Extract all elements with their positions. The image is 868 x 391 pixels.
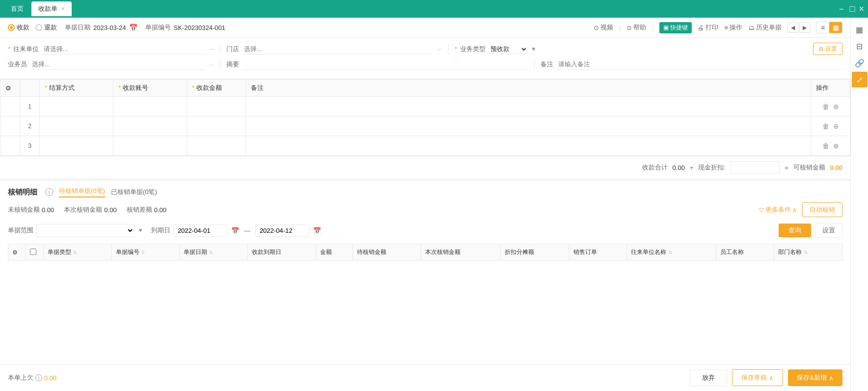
- sidebar-table-icon[interactable]: ▦: [852, 22, 868, 37]
- delete-icon[interactable]: 🗑: [822, 122, 829, 130]
- history-btn[interactable]: 🗂 历史单据: [748, 23, 782, 32]
- partner-input[interactable]: [42, 44, 204, 55]
- date-from-icon[interactable]: 📅: [231, 227, 239, 234]
- voucher-range-dropdown-icon: ▼: [137, 227, 143, 234]
- close-icon[interactable]: ×: [859, 4, 864, 14]
- row-amount-cell[interactable]: [187, 136, 246, 156]
- window-controls: － □ ×: [837, 3, 864, 15]
- row-account-cell[interactable]: [113, 97, 187, 116]
- copy-icon[interactable]: ⊕: [833, 142, 839, 150]
- next-btn[interactable]: ▶: [799, 22, 810, 33]
- voucher-range-select[interactable]: [36, 224, 135, 237]
- row-settle-cell[interactable]: [40, 136, 113, 156]
- form-area: * 往来单位 ··· 门店 ··· * 业务类型 预收款 ▼: [0, 38, 850, 79]
- save-new-btn[interactable]: 保存&新增 ∧: [788, 369, 842, 386]
- date-from-input[interactable]: [173, 224, 227, 237]
- select-all-checkbox[interactable]: [30, 249, 36, 255]
- row-remark-cell[interactable]: [246, 116, 811, 136]
- grid-view-btn[interactable]: ▦: [829, 22, 842, 33]
- save-draft-btn[interactable]: 保存草稿 ∧: [732, 369, 783, 386]
- row-action-cell: 🗑 ⊕: [811, 116, 850, 136]
- sort-icon-partner: ⇅: [668, 250, 672, 255]
- info-circle-icon[interactable]: i: [35, 374, 42, 381]
- copy-icon[interactable]: ⊕: [833, 122, 839, 130]
- col-checkbox-header[interactable]: [26, 244, 44, 261]
- staff-more-icon[interactable]: ···: [209, 61, 214, 68]
- row-account-cell[interactable]: [113, 136, 187, 156]
- date-value[interactable]: 2023-03-24: [93, 24, 126, 31]
- col-voucher-type-header[interactable]: 单据类型 ⇅: [44, 244, 112, 261]
- clipboard-icon: ⊟: [856, 42, 863, 51]
- tab-home[interactable]: 首页: [4, 1, 30, 16]
- col-settings-header[interactable]: ⚙: [0, 80, 20, 97]
- radio-refund-circle: [35, 24, 42, 31]
- more-conditions-btn[interactable]: ▽ 更多条件 ∧: [759, 205, 797, 214]
- row-settings-cell: [0, 136, 20, 156]
- net-label: 可核销金额: [793, 163, 825, 172]
- row-amount-cell[interactable]: [187, 116, 246, 136]
- done-tab[interactable]: 已核销单据(0笔): [111, 188, 157, 196]
- filter-row: 单据范围 ▼ 到期日 📅 — 📅 查询 设置: [8, 223, 842, 238]
- summary-input[interactable]: [242, 59, 528, 70]
- minimize-icon[interactable]: －: [837, 3, 846, 15]
- writeoff-header: 核销明细 i 待核销单据(0笔) 已核销单据(0笔): [8, 187, 842, 197]
- col-settings2-header[interactable]: ⚙: [8, 244, 26, 261]
- sidebar-clipboard-icon[interactable]: ⊟: [852, 38, 868, 54]
- row-settings-cell: [0, 97, 20, 116]
- remark-input[interactable]: [556, 59, 842, 70]
- row-remark-cell[interactable]: [246, 97, 811, 116]
- partner-field: * 往来单位 ···: [8, 44, 214, 55]
- store-input[interactable]: [242, 44, 432, 55]
- col-voucher-date-header[interactable]: 单据日期 ⇅: [180, 244, 248, 261]
- store-label: 门店: [226, 45, 239, 54]
- tab-collection[interactable]: 收款单 ×: [31, 1, 72, 16]
- discount-input[interactable]: [731, 161, 780, 174]
- prev-btn[interactable]: ◀: [787, 22, 798, 33]
- col-dept-name-header[interactable]: 部门名称 ⇅: [774, 244, 842, 261]
- video-btn[interactable]: ⊙ 视频: [594, 23, 613, 32]
- row-account-cell[interactable]: [113, 116, 187, 136]
- row-settle-cell[interactable]: [40, 116, 113, 136]
- delete-icon[interactable]: 🗑: [822, 142, 829, 150]
- pending-tab[interactable]: 待核销单据(0笔): [59, 187, 105, 197]
- date-to-icon[interactable]: 📅: [313, 227, 321, 234]
- info-icon[interactable]: i: [45, 188, 53, 196]
- list-view-btn[interactable]: ≡: [816, 22, 829, 33]
- tab-close-icon[interactable]: ×: [61, 5, 65, 12]
- due-date-field: 到期日 📅 — 📅: [151, 224, 321, 237]
- right-sidebar: ▦ ⊟ 🔗 ⤢: [850, 18, 868, 391]
- calendar-icon[interactable]: 📅: [129, 24, 137, 31]
- help-btn[interactable]: ⊙ 帮助: [626, 23, 646, 32]
- row-settle-cell[interactable]: [40, 97, 113, 116]
- copy-icon[interactable]: ⊕: [833, 103, 839, 111]
- abandon-btn[interactable]: 放弃: [690, 369, 727, 386]
- maximize-icon[interactable]: □: [850, 4, 855, 14]
- video-icon: ⊙: [594, 24, 599, 31]
- auto-writeoff-btn[interactable]: 自动核销: [802, 202, 842, 217]
- row-amount-cell[interactable]: [187, 97, 246, 116]
- toolbar-actions: ⊙ 视频 | ⊙ 帮助 | ▣ 快捷键 🖨 打印 ≡ 操作 🗂: [594, 22, 842, 33]
- settings-button[interactable]: ⚙ 设置: [813, 43, 842, 55]
- sidebar-link-icon[interactable]: 🔗: [852, 55, 868, 71]
- date-to-input[interactable]: [255, 224, 309, 237]
- col-partner-name-header[interactable]: 往来单位名称 ⇅: [627, 244, 716, 261]
- row-remark-cell[interactable]: [246, 136, 811, 156]
- sidebar-expand-icon[interactable]: ⤢: [852, 72, 868, 87]
- radio-refund[interactable]: 退款: [35, 23, 57, 32]
- shortcut-btn[interactable]: ▣ 快捷键: [659, 22, 692, 33]
- col-voucher-number-header[interactable]: 单据编号 ⇅: [111, 244, 180, 261]
- store-more-icon[interactable]: ···: [437, 45, 442, 53]
- query-btn[interactable]: 查询: [779, 223, 811, 237]
- radio-collection[interactable]: 收款: [8, 23, 29, 32]
- print-btn[interactable]: 🖨 打印: [698, 23, 718, 32]
- col-settle-header: * 结算方式: [40, 80, 113, 97]
- equals-sign: =: [785, 164, 788, 171]
- delete-icon[interactable]: 🗑: [822, 103, 829, 111]
- col-staff-name-header: 员工名称: [716, 244, 774, 261]
- writeoff-settings-btn[interactable]: 设置: [815, 223, 842, 238]
- operate-btn[interactable]: ≡ 操作: [724, 23, 742, 32]
- date-label: 单据日期: [65, 23, 90, 32]
- staff-input[interactable]: [30, 59, 204, 70]
- business-type-select[interactable]: 预收款: [488, 45, 528, 54]
- partner-more-icon[interactable]: ···: [209, 45, 214, 53]
